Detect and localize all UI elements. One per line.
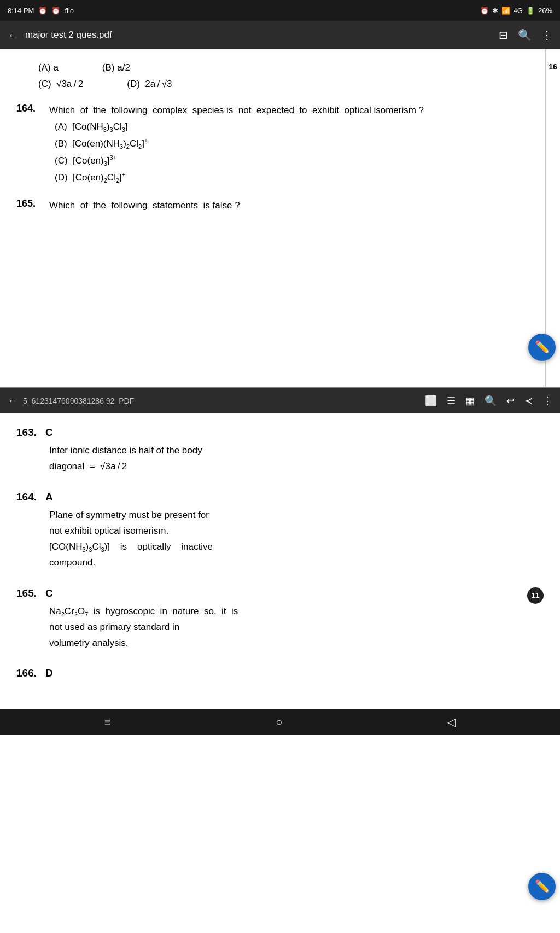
ans164-line4: compound.: [49, 555, 544, 571]
q164-opt-b: (B) [Co(en)(NH3)2Cl2]+: [55, 136, 424, 153]
ans163-text: Inter ionic distance is half of the body…: [49, 443, 544, 475]
android-back-button[interactable]: ◁: [447, 715, 456, 728]
q165-text: Which of the following statements is fal…: [49, 198, 240, 214]
android-bottom-bar: ≡ ○ ◁: [0, 709, 560, 735]
q164-content: Which of the following complex species i…: [49, 103, 424, 187]
ans165-line2: not used as primary standard in: [49, 620, 544, 635]
bnb-icons: ⬜ ☰ ▦ 🔍 ↩ ≺ ⋮: [425, 395, 552, 407]
bnb-back-icon[interactable]: ←: [8, 395, 18, 407]
ans164-letter: A: [45, 491, 53, 503]
bnb-layout-icon[interactable]: ▦: [465, 395, 475, 407]
answer-164: 164. A Plane of symmetry must be present…: [16, 491, 544, 571]
grid-icon[interactable]: ⊟: [499, 28, 508, 42]
opt-a-label: (A) a: [38, 62, 59, 73]
q164-opt-d: (D) [Co(en)2Cl2]+: [55, 170, 424, 186]
ans164-line3: [CO(NH3)3Cl3)] is optically inactive: [49, 539, 544, 555]
ans163-line2: diagonal = √3a / 2: [49, 459, 544, 475]
edit-icon-lower: ✏️: [535, 879, 550, 894]
question-165: 165. Which of the following statements i…: [16, 198, 544, 214]
signal-icon: 📶: [501, 7, 510, 15]
bnb-title: 5_61231476090381286 92 PDF: [23, 396, 419, 405]
alarm2-icon: ⏰: [480, 7, 489, 15]
android-home-button[interactable]: ○: [276, 716, 282, 728]
bnb-search-icon[interactable]: 🔍: [485, 395, 497, 407]
q164-number: 164.: [16, 103, 49, 187]
nav-icons: ⊟ 🔍 ⋮: [499, 28, 552, 42]
status-bar: 8:14 PM ⏰ ⏰ filo ⏰ ✱ 📶 4G 🔋 26%: [0, 0, 560, 21]
ans164-text: Plane of symmetry must be present for no…: [49, 508, 544, 571]
opt-d: (D) 2a / √3: [127, 79, 172, 90]
android-menu-button[interactable]: ≡: [104, 716, 111, 728]
ans166-letter: D: [45, 667, 53, 679]
bnb-undo-icon[interactable]: ↩: [506, 395, 515, 407]
answer-166: 166. D: [16, 667, 544, 681]
fab-edit-upper[interactable]: ✏️: [528, 334, 556, 361]
ans164-line2: not exhibit optical isomerism.: [49, 523, 544, 539]
star-icon: ✱: [492, 7, 498, 15]
ans164-line1: Plane of symmetry must be present for: [49, 508, 544, 523]
prev-options-2: (C) √3a / 2 (D) 2a / √3: [38, 79, 544, 90]
q165-content: Which of the following statements is fal…: [49, 198, 240, 214]
answer-163: 163. C Inter ionic distance is half of t…: [16, 427, 544, 475]
back-button[interactable]: ←: [8, 29, 19, 42]
ans163-letter: C: [45, 427, 53, 439]
pdf-lower-content: 163. C Inter ionic distance is half of t…: [0, 413, 560, 709]
answer-165: 11 165. C Na2Cr2O7 is hygroscopic in nat…: [16, 587, 544, 651]
ans165-letter: C: [45, 587, 53, 599]
bottom-nav-bar: ← 5_61231476090381286 92 PDF ⬜ ☰ ▦ 🔍 ↩ ≺…: [0, 388, 560, 413]
ans165-line1: Na2Cr2O7 is hygroscopic in nature so, it…: [49, 604, 544, 620]
clock-icon: ⏰: [38, 7, 47, 15]
opt-c: (C) √3a / 2: [38, 79, 83, 90]
ans163-header: 163. C: [16, 427, 544, 441]
top-nav-bar: ← major test 2 ques.pdf ⊟ 🔍 ⋮: [0, 21, 560, 49]
bnb-more-icon[interactable]: ⋮: [542, 395, 552, 407]
battery-text: 26%: [538, 7, 552, 15]
time-display: 8:14 PM: [8, 7, 34, 15]
ans163-line1: Inter ionic distance is half of the body: [49, 443, 544, 459]
q164-opt-c: (C) [Co(en)3]3+: [55, 153, 424, 170]
ans165-header: 165. C: [16, 587, 544, 602]
ans165-line3: volumetry analysis.: [49, 635, 544, 651]
opt-b-label: (B) a/2: [102, 62, 130, 73]
q165-number: 165.: [16, 198, 49, 214]
bnb-share-icon[interactable]: ≺: [524, 395, 533, 407]
search-icon[interactable]: 🔍: [518, 28, 532, 42]
pdf-upper-content: (A) a (B) a/2 (C) √3a / 2 (D) 2a / √3 16…: [0, 49, 560, 388]
q164-text: Which of the following complex species i…: [49, 103, 424, 119]
marker-16: 16: [549, 62, 557, 71]
fab-edit-lower[interactable]: ✏️: [528, 873, 556, 900]
ans164-number: 164.: [16, 491, 37, 503]
battery-icon: 🔋: [526, 7, 535, 15]
ans165-text: Na2Cr2O7 is hygroscopic in nature so, it…: [49, 604, 544, 651]
status-right: ⏰ ✱ 📶 4G 🔋 26%: [480, 7, 552, 15]
edit-icon-upper: ✏️: [535, 340, 550, 354]
bnb-list-icon[interactable]: ☰: [447, 395, 456, 407]
alarm-icon: ⏰: [51, 7, 60, 15]
ans166-number: 166.: [16, 667, 37, 679]
question-164: 164. Which of the following complex spec…: [16, 103, 544, 187]
q164-opt-a: (A) [Co(NH3)3Cl3]: [55, 119, 424, 136]
ans166-header: 166. D: [16, 667, 544, 681]
pdf-title: major test 2 ques.pdf: [25, 30, 492, 40]
number-badge: 11: [527, 587, 544, 604]
app-name: filo: [65, 7, 74, 15]
bnb-grid-icon[interactable]: ⬜: [425, 395, 437, 407]
more-options-icon[interactable]: ⋮: [541, 28, 552, 42]
ans163-number: 163.: [16, 427, 37, 439]
status-left: 8:14 PM ⏰ ⏰ filo: [8, 7, 74, 15]
prev-options: (A) a (B) a/2: [38, 62, 544, 73]
ans165-number: 165.: [16, 587, 37, 599]
signal-text: 4G: [514, 7, 523, 15]
ans164-header: 164. A: [16, 491, 544, 505]
